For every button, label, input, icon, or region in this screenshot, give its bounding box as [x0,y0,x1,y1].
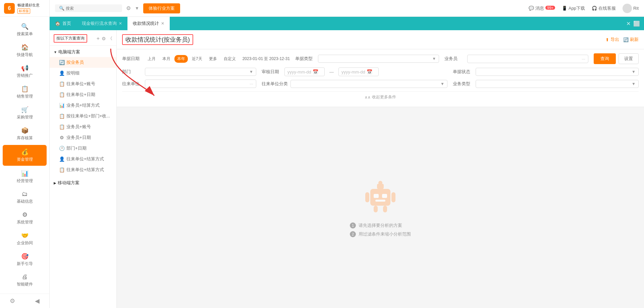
sidebar-bottom: ⚙ ◀ [0,294,49,308]
step-1-text: 请先选择要分析的方案 [359,222,402,228]
counterpart-select[interactable]: ··· [145,80,256,88]
close-collection-stat-tab-btn[interactable]: ✕ [161,21,164,26]
sidebar-item-enterprise[interactable]: 🤝 企业协同 [0,228,49,249]
plan-item-unit-dept[interactable]: 📋 按往来单位+部门+收... [50,111,116,121]
sidebar-item-label: 经营管理 [17,178,33,184]
sidebar-item-label: 搜索菜单 [17,31,33,37]
dept-chevron-icon: ▼ [249,69,253,74]
detail-icon: 👤 [59,70,64,76]
empty-step-1: 1 请先选择要分析的方案 [350,222,411,228]
topbar-dropdown-icon[interactable]: ▼ [135,6,139,11]
plan-item-by-salesman[interactable]: 🔄 按业务员 [50,57,116,68]
purchase-icon: 🛒 [21,106,29,113]
tab-home-label: 首页 [62,20,71,27]
sidebar-item-purchase[interactable]: 🛒 采购管理 [0,103,49,123]
sidebar-item-guide[interactable]: 🎯 新手引导 [0,249,49,270]
sidebar-item-capital[interactable]: 💰 资金管理 [3,145,47,166]
settings-btn[interactable]: 设置 [619,53,639,64]
sidebar-item-search-menu[interactable]: 🔍 搜索菜单 [0,19,49,40]
topbar-gear-icon[interactable]: ⚙ [126,5,131,11]
sidebar-item-quick-nav[interactable]: 🏠 快捷导航 [0,40,49,61]
plan-item-label: 往来单位+结算方式 [66,156,104,162]
tab-bank-flow-label: 现金银行流水查询 [82,20,117,27]
tab-close-btn[interactable]: ✕ [626,20,631,27]
plan-item-dept-date[interactable]: 🕐 部门+日期 [50,143,116,154]
review-date-start-value: yyyy-mm-dd [287,69,311,74]
online-service-label: 在线客服 [598,5,616,11]
sidebar-item-wechat[interactable]: 💬 企业微信 [0,291,49,294]
add-plan-btn[interactable]: + [97,36,100,42]
mobile-plan-group: ▶ 移动端方案 [50,176,116,189]
custom-tab[interactable]: 自定义 [221,55,238,63]
tab-home[interactable]: 🏠 首页 [50,17,76,30]
collapse-bar[interactable]: ∧∧ 收起更多条件 [122,91,639,103]
export-btn[interactable]: ⬆ 导出 [605,37,619,43]
plan-item-label: 往来单位+账号 [66,81,95,87]
mobile-group-header[interactable]: ▶ 移动端方案 [50,178,116,188]
topbar-search[interactable]: 🔍 [55,4,122,12]
plan-item-salesman-settle[interactable]: 📊 业务员+结算方式 [50,100,116,111]
plan-item-by-detail[interactable]: 👤 按明细 [50,68,116,79]
close-bank-flow-tab-btn[interactable]: ✕ [119,21,122,26]
doc-status-select[interactable]: ▼ [476,68,639,76]
search-input[interactable] [66,6,118,11]
last-month-tab[interactable]: 上月 [145,55,158,63]
counterpart-category-select[interactable]: ▼ [290,80,447,88]
tab-bank-flow[interactable]: 现金银行流水查询 ✕ [76,17,127,30]
dept-select[interactable]: ▼ [145,68,256,76]
plan-item-unit-settle1[interactable]: 👤 往来单位+结算方式 [50,154,116,164]
sidebar-item-operation[interactable]: 📊 经营管理 [0,166,49,187]
plan-item-salesman-date[interactable]: ⚙ 业务员+日期 [50,132,116,143]
desktop-group-header[interactable]: ▼ 电脑端方案 [50,47,116,57]
svg-rect-1 [374,194,379,198]
doc-type-select[interactable]: ▼ [318,55,439,63]
notification-item[interactable]: 💬 消息 99+ [529,5,555,11]
sidebar-item-inventory[interactable]: 📦 库存核算 [0,123,49,144]
user-area[interactable]: Rit [623,4,639,13]
refresh-btn[interactable]: 🔄 刷新 [623,37,639,43]
filter-buttons: 查询 设置 [594,53,639,64]
tab-collection-stat[interactable]: 收款情况统计 ✕ [127,17,170,30]
query-btn[interactable]: 查询 [594,53,616,64]
sidebar-item-label: 企业协同 [17,240,33,246]
sidebar-item-basic-info[interactable]: 🗂 基础信息 [0,187,49,208]
app-download-item[interactable]: 📱 App下载 [562,5,585,11]
this-month-tab[interactable]: 本月 [160,55,173,63]
plan-item-unit-settle2[interactable]: 📋 往来单位+结算方式 [50,164,116,175]
this-year-tab[interactable]: 本年 [174,55,188,63]
empty-step-2: 2 用过滤条件来缩小分析范围 [350,231,411,237]
last-7-tab[interactable]: 近7天 [189,55,205,63]
plan-item-salesman-account[interactable]: 📋 业务员+账号 [50,121,116,132]
plan-settings-btn[interactable]: ⚙ [102,36,106,41]
online-service-item[interactable]: 🎧 在线客服 [592,5,616,11]
hardware-icon: 🖨 [22,273,28,280]
filter-row-1: 单据日期 上月 本月 本年 近7天 更多 自定义 2023-01-01 至 20… [122,53,639,64]
sidebar-item-marketing[interactable]: 📢 营销推广 [0,61,49,82]
more-options-icon[interactable]: ··· [582,56,585,61]
sidebar-item-sales[interactable]: 📋 销售管理 [0,82,49,103]
biz-type-select[interactable]: ▼ [476,80,639,88]
review-date-end[interactable]: yyyy-mm-dd 📅 [338,67,379,76]
plan-item-unit-account[interactable]: 📋 往来单位+账号 [50,79,116,89]
tab-restore-btn[interactable]: ⬜ [633,20,640,27]
sidebar-menu: 🔍 搜索菜单 🏠 快捷导航 📢 营销推广 📋 销售管理 🛒 采购管理 📦 库存核… [0,17,49,294]
app-icon: 📱 [562,6,567,11]
counterpart-category-chevron-icon: ▼ [440,82,444,86]
sidebar-collapse-btn[interactable]: ◀ [35,297,40,305]
salesman-select[interactable]: ··· [467,55,588,63]
doc-type-filter: 单据类型 ▼ [295,55,439,63]
review-date-start[interactable]: yyyy-mm-dd 📅 [284,67,325,76]
sidebar-item-system[interactable]: ⚙ 系统管理 [0,208,49,228]
more-tab[interactable]: 更多 [206,55,220,63]
solution-btn[interactable]: 体验行业方案 [143,3,180,13]
plan-item-unit-date[interactable]: 📋 往来单位+日期 [50,89,116,100]
svg-rect-6 [365,192,369,202]
plan-item-label: 业务员+账号 [66,124,91,130]
counterpart-more-icon[interactable]: ··· [250,81,253,86]
service-icon: 🎧 [592,6,597,11]
plan-collapse-btn[interactable]: 《 [108,36,112,42]
sidebar-settings-btn[interactable]: ⚙ [10,297,15,305]
doc-status-chevron-icon: ▼ [632,69,636,74]
sidebar-item-hardware[interactable]: 🖨 智能硬件 [0,270,49,291]
logo-title: 畅捷通好生意 [17,3,40,8]
